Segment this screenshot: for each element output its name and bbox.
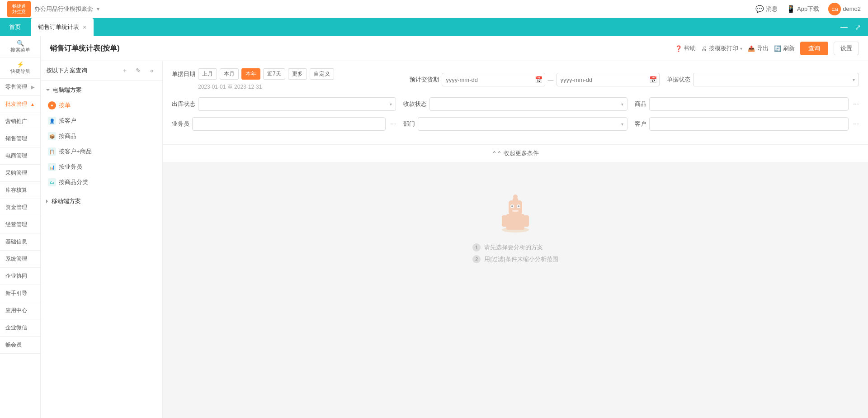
sidebar-item-sales[interactable]: 销售管理 [0,130,40,147]
svg-rect-2 [502,215,507,227]
export-icon: 📤 [748,45,755,52]
empty-state: 1 请先选择要分析的方案 2 用[过滤]条件来缩小分析范围 [163,162,868,294]
sidebar-item-wechat[interactable]: 企业微信 [0,319,40,337]
add-scheme-btn[interactable]: + [120,66,130,76]
sidebar-item-newuser[interactable]: 新手引导 [0,285,40,302]
scheme-item-by-salesperson[interactable]: 📊 按业务员 [41,159,162,175]
status-label: 单据状态 [667,76,690,84]
sidebar-item-marketing-label: 营销推广 [5,118,27,125]
scheme-group-pc[interactable]: 电脑端方案 [41,82,162,98]
left-panel: 按以下方案查询 + ✎ « 电脑端方案 ● 按单 [41,61,163,418]
app-download-btn[interactable]: 📱 App下载 [787,5,819,13]
message-btn[interactable]: 💬 消息 [755,5,778,13]
topbar-left: 畅捷通好生意 办公用品行业模拟账套 ▾ [7,1,99,17]
expected-date-end[interactable] [557,73,660,86]
receipt-status-arrow: ▾ [621,102,623,107]
collapse-btn[interactable]: ⌃⌃ 收起更多条件 [492,149,539,157]
salesperson-more-btn[interactable]: ··· [390,120,396,128]
goods-input[interactable] [649,97,849,111]
sidebar-item-wechat-label: 企业微信 [5,324,27,332]
query-btn[interactable]: 查询 [800,42,828,55]
sidebar-item-system[interactable]: 系统管理 [0,251,40,268]
sidebar-nav[interactable]: ⚡ 快捷导航 [0,57,40,79]
tabbar: 首页 销售订单统计表 × — ⤢ [0,18,868,36]
scheme-icon-by-order: ● [48,101,56,109]
sidebar-item-retail-label: 零售管理 [5,83,27,91]
tip-num-2: 2 [472,255,481,263]
sidebar-search[interactable]: 🔍 搜索菜单 [0,36,40,57]
date-label: 单据日期 [172,70,195,78]
scheme-icon-by-customer: 👤 [48,117,56,125]
empty-tip-2: 2 用[过滤]条件来缩小分析范围 [472,255,558,263]
expected-date-label: 预计交货期 [410,76,439,84]
panel-container: 按以下方案查询 + ✎ « 电脑端方案 ● 按单 [41,61,868,418]
svg-rect-3 [524,215,529,227]
collapse-bar[interactable]: ⌃⌃ 收起更多条件 [163,144,868,162]
sidebar-item-marketing[interactable]: 营销推广 [0,113,40,130]
filter-goods: 商品 ··· [635,97,859,111]
date-btn-7days[interactable]: 近7天 [263,68,285,80]
salesperson-input[interactable] [192,117,386,131]
expected-date-start[interactable] [442,73,545,86]
scheme-item-by-category[interactable]: 🗂 按商品分类 [41,175,162,190]
department-select[interactable]: ▾ [418,117,627,131]
sidebar-item-purchase-label: 采购管理 [5,169,27,177]
scheme-item-by-customer-goods[interactable]: 📋 按客户+商品 [41,144,162,159]
sidebar-item-basic[interactable]: 基础信息 [0,233,40,251]
sidebar-item-finance[interactable]: 资金管理 [0,199,40,216]
template-print-btn[interactable]: 🖨 按模板打印 ▾ [701,44,742,52]
topbar: 畅捷通好生意 办公用品行业模拟账套 ▾ 💬 消息 📱 App下载 Ea demo… [0,0,868,18]
scheme-item-by-order[interactable]: ● 按单 [41,98,162,113]
help-icon: ❓ [675,45,682,52]
goods-more-btn[interactable]: ··· [853,100,859,108]
app-title-dropdown-icon[interactable]: ▾ [97,6,99,12]
sidebar-item-ecommerce[interactable]: 电商管理 [0,147,40,165]
edit-scheme-btn[interactable]: ✎ [133,66,143,76]
app-title: 办公用品行业模拟账套 [34,5,93,13]
scheme-group-mobile[interactable]: 移动端方案 [41,194,162,209]
department-label: 部门 [403,120,415,128]
print-icon: 🖨 [701,45,707,52]
message-icon: 💬 [755,5,764,13]
user-name: demo2 [843,5,861,12]
collapse-label: 收起更多条件 [504,149,539,157]
date-btn-more[interactable]: 更多 [288,68,307,80]
receipt-status-select[interactable]: ▾ [429,97,627,111]
help-btn[interactable]: ❓ 帮助 [675,44,696,52]
customer-input[interactable] [649,117,849,131]
tab-close-btn[interactable]: × [83,24,86,31]
sidebar-item-retail[interactable]: 零售管理 ▶ [0,79,40,96]
sidebar-item-management[interactable]: 经营管理 [0,216,40,233]
export-btn[interactable]: 📤 导出 [748,44,769,52]
out-status-select[interactable]: ▾ [198,97,396,111]
user-menu[interactable]: Ea demo2 [828,3,861,15]
tab-active[interactable]: 销售订单统计表 × [31,18,94,36]
sidebar-item-member[interactable]: 畅会员 [0,337,40,354]
date-btn-this-month[interactable]: 本月 [220,68,239,80]
cal-icon-start[interactable]: 📅 [535,76,542,83]
sidebar-item-purchase[interactable]: 采购管理 [0,165,40,182]
date-btn-this-year[interactable]: 本年 [241,68,260,80]
nav-icon: ⚡ [17,61,24,68]
sidebar-item-wholesale[interactable]: 批发管理 ▲ [0,96,40,113]
sidebar-item-inventory[interactable]: 库存核算 [0,182,40,199]
date-btn-custom[interactable]: 自定义 [310,68,334,80]
collapse-panel-btn[interactable]: « [147,66,157,76]
tab-maximize-btn[interactable]: ⤢ [853,21,863,33]
sidebar-item-appcenter[interactable]: 应用中心 [0,302,40,319]
customer-more-btn[interactable]: ··· [853,120,859,128]
scheme-icon-by-category: 🗂 [48,178,56,186]
status-selector[interactable]: ▾ [693,73,859,86]
status-dropdown-arrow: ▾ [853,77,855,82]
scheme-icon-by-customer-goods: 📋 [48,147,56,156]
scheme-item-by-goods[interactable]: 📦 按商品 [41,128,162,144]
tab-minimize-btn[interactable]: — [839,21,849,33]
tab-home[interactable]: 首页 [0,18,30,36]
setting-btn[interactable]: 设置 [834,42,859,55]
date-btn-last-month[interactable]: 上月 [198,68,217,80]
scheme-item-by-customer[interactable]: 👤 按客户 [41,113,162,128]
filter-customer: 客户 ··· [635,117,859,131]
cal-icon-end[interactable]: 📅 [649,76,657,83]
refresh-btn[interactable]: 🔄 刷新 [774,44,795,52]
sidebar-item-enterprise[interactable]: 企业协同 [0,268,40,285]
